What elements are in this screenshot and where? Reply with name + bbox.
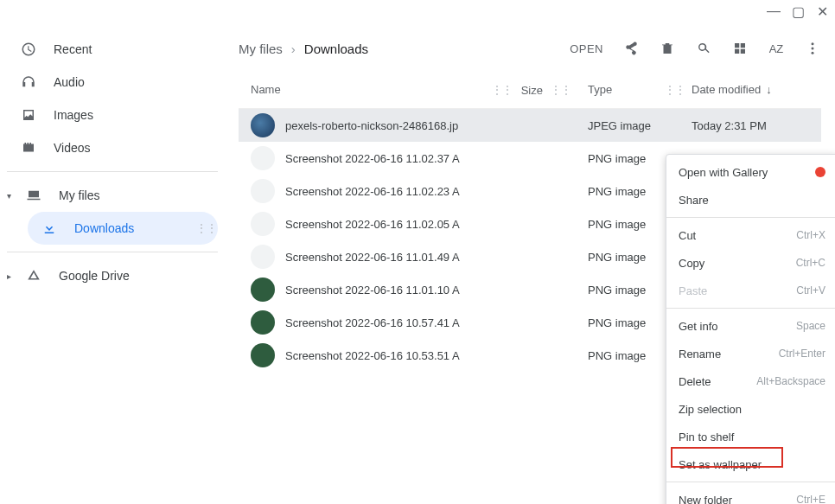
chevron-right-icon: ▸ — [7, 271, 19, 281]
close-button[interactable]: ✕ — [816, 5, 828, 17]
separator — [666, 308, 835, 309]
separator — [666, 482, 835, 482]
laptop-icon — [24, 186, 43, 205]
file-name: pexels-roberto-nickson-2486168.jp — [285, 119, 519, 132]
thumbnail — [251, 245, 275, 269]
file-date: Today 2:31 PM — [692, 119, 821, 132]
thumbnail — [251, 343, 275, 367]
headphones-icon — [19, 73, 38, 92]
file-name: Screenshot 2022-06-16 11.02.23 A — [285, 185, 519, 198]
sidebar-item-videos[interactable]: Videos — [7, 131, 218, 164]
sidebar-item-label: Recent — [54, 42, 92, 56]
file-name: Screenshot 2022-06-16 11.02.37 A — [285, 152, 519, 165]
cm-zip[interactable]: Zip selection — [666, 395, 835, 423]
sidebar-item-recent[interactable]: Recent — [7, 33, 218, 66]
chevron-right-icon: › — [291, 41, 296, 56]
sidebar-item-label: Downloads — [74, 221, 134, 235]
drag-handle-icon: ⋮⋮ — [195, 221, 206, 235]
breadcrumb: My files › Downloads — [239, 41, 368, 56]
divider — [7, 171, 218, 172]
grip-icon: ⋮⋮ — [491, 83, 512, 97]
file-name: Screenshot 2022-06-16 10.53.51 A — [285, 349, 519, 362]
sidebar-item-audio[interactable]: Audio — [7, 66, 218, 99]
clock-icon — [19, 40, 38, 59]
breadcrumb-current[interactable]: Downloads — [304, 41, 368, 56]
col-date[interactable]: Date modified — [692, 83, 761, 96]
col-type[interactable]: Type — [588, 83, 612, 96]
sidebar-item-label: Videos — [54, 141, 91, 155]
chevron-down-icon: ▾ — [7, 191, 19, 201]
grid-view-icon[interactable] — [731, 40, 749, 57]
breadcrumb-root[interactable]: My files — [239, 41, 283, 56]
sidebar-item-downloads[interactable]: Downloads ⋮⋮ — [28, 212, 218, 245]
cm-cut[interactable]: CutCtrl+X — [666, 221, 835, 249]
cm-open-gallery[interactable]: Open with Gallery — [666, 158, 835, 186]
grip-icon: ⋮⋮ — [550, 83, 570, 97]
svg-point-1 — [812, 48, 814, 50]
file-type: JPEG image — [588, 119, 692, 132]
cm-rename[interactable]: RenameCtrl+Enter — [666, 340, 835, 367]
divider — [7, 252, 218, 252]
sidebar-item-drive[interactable]: ▸ Google Drive — [7, 259, 218, 292]
thumbnail — [251, 278, 275, 302]
sidebar-item-label: Google Drive — [59, 269, 130, 283]
cm-share[interactable]: Share — [666, 186, 835, 214]
minimize-button[interactable]: — — [768, 5, 780, 17]
thumbnail — [251, 179, 275, 203]
sidebar-item-myfiles[interactable]: ▾ My files — [7, 179, 218, 212]
sidebar: Recent Audio Images Videos ▾ My files Do… — [0, 24, 225, 504]
thumbnail — [251, 212, 275, 236]
grip-icon: ⋮⋮ — [664, 83, 685, 97]
file-name: Screenshot 2022-06-16 10.57.41 A — [285, 316, 519, 329]
share-icon[interactable] — [622, 40, 640, 57]
cm-new-folder[interactable]: New folderCtrl+E — [666, 486, 835, 504]
sort-az-icon[interactable]: AZ — [768, 40, 785, 57]
sidebar-item-label: Images — [54, 108, 93, 122]
search-icon[interactable] — [695, 40, 712, 57]
sidebar-item-label: Audio — [54, 75, 85, 89]
image-icon — [19, 105, 38, 124]
cm-wallpaper[interactable]: Set as wallpaper — [666, 450, 835, 478]
open-button[interactable]: OPEN — [570, 42, 603, 55]
cm-pin[interactable]: Pin to shelf — [666, 423, 835, 450]
sidebar-item-images[interactable]: Images — [7, 99, 218, 131]
drive-icon — [24, 266, 43, 285]
video-icon — [19, 138, 38, 157]
table-header: Name⋮⋮ Size⋮⋮ Type⋮⋮ Date modified↓ — [239, 71, 821, 109]
cm-info[interactable]: Get infoSpace — [666, 312, 835, 340]
maximize-button[interactable]: ▢ — [792, 5, 804, 17]
thumbnail — [251, 146, 275, 170]
col-size[interactable]: Size — [521, 84, 543, 97]
file-name: Screenshot 2022-06-16 11.01.10 A — [285, 284, 519, 297]
sidebar-item-label: My files — [59, 188, 99, 202]
thumbnail — [251, 310, 275, 335]
cm-copy[interactable]: CopyCtrl+C — [666, 249, 835, 277]
download-icon — [40, 219, 59, 238]
arrow-down-icon: ↓ — [766, 83, 772, 96]
table-row[interactable]: pexels-roberto-nickson-2486168.jpJPEG im… — [239, 109, 821, 142]
more-icon[interactable] — [804, 40, 821, 57]
cm-paste: PasteCtrl+V — [666, 277, 835, 304]
new-badge-icon — [815, 167, 825, 177]
svg-point-0 — [812, 42, 814, 45]
separator — [666, 217, 835, 218]
context-menu: Open with Gallery Share CutCtrl+X CopyCt… — [666, 154, 835, 504]
col-name[interactable]: Name — [251, 83, 281, 96]
cm-delete[interactable]: DeleteAlt+Backspace — [666, 367, 835, 395]
delete-icon[interactable] — [659, 40, 676, 57]
file-name: Screenshot 2022-06-16 11.01.49 A — [285, 251, 519, 264]
svg-point-2 — [812, 52, 814, 54]
file-name: Screenshot 2022-06-16 11.02.05 A — [285, 218, 519, 231]
thumbnail — [251, 113, 275, 137]
